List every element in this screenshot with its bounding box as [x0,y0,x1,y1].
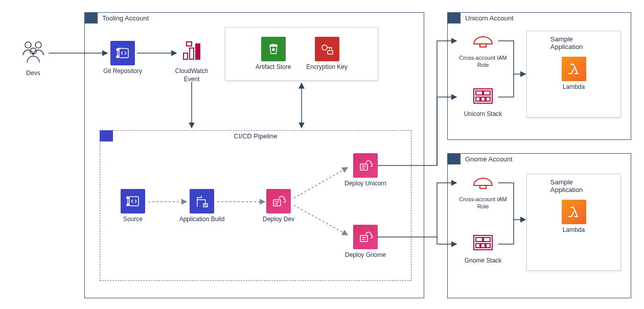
svg-point-15 [127,197,129,199]
cloudwatch-node: CloudWatch Event [169,39,215,83]
svg-rect-6 [183,53,188,59]
svg-rect-23 [476,91,482,95]
deploy-gnome-icon [353,225,378,249]
git-repo-node: Git Repository [100,41,146,76]
unicorn-stack-label: Unicorn Stack [457,110,509,118]
svg-rect-14 [129,197,139,206]
svg-rect-31 [484,237,490,242]
devs-icon [18,40,49,65]
svg-point-16 [127,204,129,206]
deploy-gnome-node: Deploy Gnome [337,225,394,259]
artifact-store-node: Artifact Store [256,37,291,72]
svg-rect-28 [480,185,486,188]
pipeline-title: CI/CD Pipeline [234,132,277,140]
deploy-dev-label: Deploy Dev [256,216,302,224]
gnome-stack-label: Gnome Stack [457,257,509,265]
unicorn-lambda-node: Lambda [554,57,594,91]
gnome-iam-node: Cross-account IAM Role [457,171,509,210]
tooling-account-title: Tooling Account [102,14,149,22]
deploy-unicorn-icon [353,153,378,178]
gnome-lambda-icon [562,200,586,224]
unicorn-stack-node: Unicorn Stack [457,86,509,118]
gnome-stack-node: Gnome Stack [457,232,509,265]
deploy-dev-node: Deploy Dev [256,189,302,224]
gnome-app-box: Sample Application Lambda [526,174,621,271]
svg-rect-25 [476,97,480,101]
svg-rect-3 [119,49,128,58]
gnome-iam-icon [471,171,495,192]
app-build-label: Application Build [174,216,230,224]
svg-rect-33 [481,244,485,248]
devs-label: Devs [13,69,54,78]
svg-point-10 [270,44,277,46]
devs-node: Devs [13,40,54,78]
svg-point-11 [272,49,274,51]
encryption-key-node: Encryption Key [306,37,348,72]
artifact-encryption-box: Artifact Store Encryption Key [225,27,378,81]
unicorn-iam-node: Cross-account IAM Role [457,30,509,69]
svg-rect-9 [187,42,192,46]
svg-point-12 [322,45,327,50]
svg-point-0 [25,42,31,48]
artifact-store-icon [261,37,286,61]
svg-rect-7 [190,48,194,59]
unicorn-app-box: Sample Application Lambda [526,31,621,117]
svg-point-5 [117,56,119,58]
unicorn-lambda-icon [562,57,586,81]
unicorn-account-tab [447,12,461,23]
gnome-iam-label: Cross-account IAM Role [457,196,509,210]
app-build-node: Application Build [174,189,230,224]
diagram-canvas: Devs Tooling Account Git Repository Clou… [0,0,644,309]
encryption-key-label: Encryption Key [306,63,348,72]
unicorn-account-title: Unicorn Account [465,14,514,22]
app-build-icon [190,189,214,213]
deploy-dev-icon [266,189,291,213]
gnome-lambda-label: Lambda [554,226,594,234]
unicorn-iam-label: Cross-account IAM Role [457,54,509,69]
svg-rect-13 [328,51,333,54]
svg-rect-27 [486,97,490,101]
source-icon [121,189,145,213]
cloudwatch-icon [179,39,204,63]
cloudwatch-label: CloudWatch Event [169,67,215,83]
gnome-account-title: Gnome Account [465,155,513,163]
gnome-lambda-node: Lambda [554,200,594,234]
unicorn-lambda-label: Lambda [554,83,594,91]
git-repo-label: Git Repository [100,67,146,76]
deploy-gnome-label: Deploy Gnome [337,251,394,259]
deploy-unicorn-label: Deploy Unicorn [337,180,394,188]
svg-point-1 [35,42,41,48]
svg-rect-24 [484,91,490,95]
svg-rect-34 [486,244,490,248]
source-node: Source [115,189,151,224]
gnome-account-tab [447,153,461,164]
gnome-app-title: Sample Application [550,178,597,194]
svg-rect-18 [273,200,281,206]
tooling-account-tab [84,12,98,23]
svg-rect-21 [480,44,486,47]
svg-rect-32 [476,244,480,248]
source-label: Source [115,216,151,224]
svg-rect-20 [360,235,367,242]
unicorn-stack-icon [471,86,495,106]
artifact-store-label: Artifact Store [256,63,291,72]
encryption-key-icon [315,37,339,61]
unicorn-iam-icon [471,30,495,50]
gnome-stack-icon [471,232,495,253]
deploy-unicorn-node: Deploy Unicorn [337,153,394,188]
svg-rect-30 [476,237,482,242]
unicorn-app-title: Sample Application [550,35,597,51]
pipeline-tab [100,130,113,141]
svg-rect-8 [196,44,200,59]
svg-rect-19 [360,164,367,170]
svg-rect-26 [481,97,485,101]
git-repo-icon [110,41,135,65]
